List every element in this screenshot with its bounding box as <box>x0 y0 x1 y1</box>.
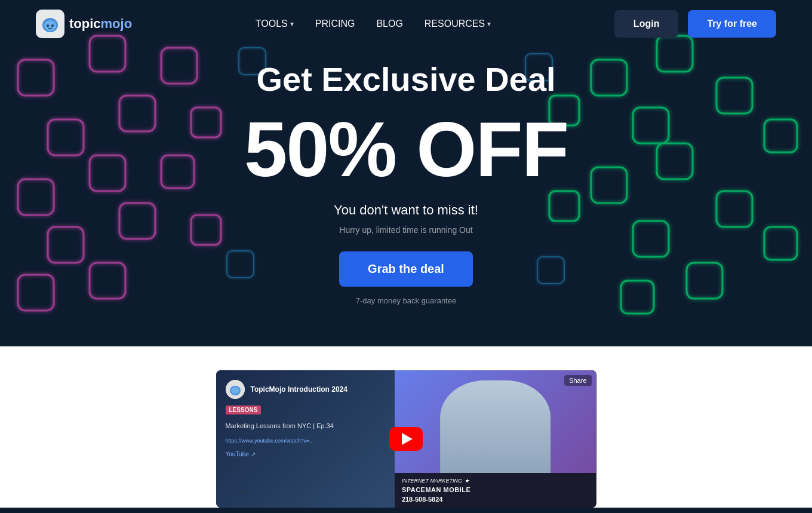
svg-rect-31 <box>764 227 797 260</box>
channel-title: TopicMojo Introduction 2024 <box>251 385 347 394</box>
svg-point-6 <box>51 24 54 27</box>
video-header: TopicMojo Introduction 2024 <box>226 380 385 399</box>
svg-rect-35 <box>621 281 654 314</box>
svg-rect-16 <box>18 275 54 311</box>
chevron-down-icon: ▾ <box>290 20 294 28</box>
person-silhouette <box>440 380 551 473</box>
svg-rect-10 <box>48 119 84 155</box>
video-section: TopicMojo Introduction 2024 LESSONS Mark… <box>0 346 812 508</box>
svg-rect-26 <box>591 167 627 203</box>
hero-section: Get Exclusive Deal 50% OFF You don't wan… <box>0 0 812 346</box>
svg-rect-19 <box>191 107 221 137</box>
svg-rect-11 <box>119 96 155 131</box>
grab-deal-button[interactable]: Grab the deal <box>339 251 473 287</box>
nav-item-tools[interactable]: TOOLS ▾ <box>256 19 294 29</box>
chevron-down-icon-2: ▾ <box>487 20 491 28</box>
play-triangle-icon <box>402 433 413 445</box>
hero-guarantee: 7-day money back guarantee <box>356 296 456 305</box>
svg-point-5 <box>47 24 49 27</box>
svg-rect-30 <box>764 119 797 152</box>
svg-rect-15 <box>119 203 155 239</box>
hero-title: Get Exclusive Deal <box>256 60 555 99</box>
share-button[interactable]: Share <box>564 375 591 386</box>
episode-title: Marketing Lessons from NYC | Ep.34 <box>226 422 385 431</box>
svg-rect-20 <box>161 155 194 188</box>
svg-rect-22 <box>591 60 627 96</box>
login-button[interactable]: Login <box>614 10 679 38</box>
hero-urgency: Hurry up, limited time is running Out <box>339 225 472 235</box>
logo[interactable]: topicmojo <box>36 10 132 38</box>
channel-avatar <box>226 380 245 399</box>
video-tag: LESSONS <box>226 404 385 417</box>
internet-marketing-label: INTERNET MARKETING ★ <box>402 478 589 484</box>
video-info-bar: INTERNET MARKETING ★ SPACEMAN MOBILE 218… <box>395 473 596 508</box>
hero-discount: 50% OFF <box>244 110 568 188</box>
play-button[interactable] <box>389 427 423 451</box>
logo-icon <box>36 10 64 38</box>
nav-links: TOOLS ▾ PRICING BLOG RESOURCES ▾ <box>256 19 491 29</box>
svg-rect-27 <box>657 143 693 179</box>
svg-rect-24 <box>633 107 669 143</box>
svg-rect-8 <box>18 60 54 96</box>
svg-rect-29 <box>716 191 752 227</box>
svg-rect-14 <box>48 227 84 263</box>
nav-item-resources[interactable]: RESOURCES ▾ <box>425 19 491 29</box>
youtube-label: YouTube ↗ <box>226 451 385 457</box>
navbar: topicmojo TOOLS ▾ PRICING BLOG RESOURCES… <box>0 0 812 48</box>
cursor-hand-icon: ☞ <box>238 486 248 500</box>
svg-rect-17 <box>90 263 125 299</box>
video-bg: INTERNET MARKETING ★ SPACEMAN MOBILE 218… <box>395 370 596 508</box>
spaceman-title: SPACEMAN MOBILE <box>402 486 589 493</box>
svg-rect-12 <box>18 179 54 215</box>
svg-point-4 <box>44 20 56 31</box>
video-thumbnail: TopicMojo Introduction 2024 LESSONS Mark… <box>216 370 596 508</box>
video-right-panel: INTERNET MARKETING ★ SPACEMAN MOBILE 218… <box>395 370 596 508</box>
svg-point-42 <box>231 387 239 394</box>
svg-rect-18 <box>161 48 197 84</box>
svg-rect-25 <box>716 78 752 113</box>
nav-item-blog[interactable]: BLOG <box>376 19 402 29</box>
nav-item-pricing[interactable]: PRICING <box>315 19 355 29</box>
play-button-inner <box>389 427 423 451</box>
try-for-free-button[interactable]: Try for free <box>688 10 776 38</box>
svg-rect-13 <box>90 155 125 191</box>
phone-number: 218-508-5824 <box>402 496 589 503</box>
svg-rect-21 <box>191 215 221 245</box>
logo-text: topicmojo <box>69 16 132 32</box>
video-container[interactable]: TopicMojo Introduction 2024 LESSONS Mark… <box>216 370 596 508</box>
svg-rect-34 <box>687 263 722 299</box>
hero-content: Get Exclusive Deal 50% OFF You don't wan… <box>244 42 568 305</box>
svg-rect-28 <box>633 221 669 257</box>
video-link: https://www.youtube.com/watch?v=... <box>226 438 385 444</box>
nav-actions: Login Try for free <box>614 10 776 38</box>
hero-subtitle: You don't want to miss it! <box>334 202 478 218</box>
